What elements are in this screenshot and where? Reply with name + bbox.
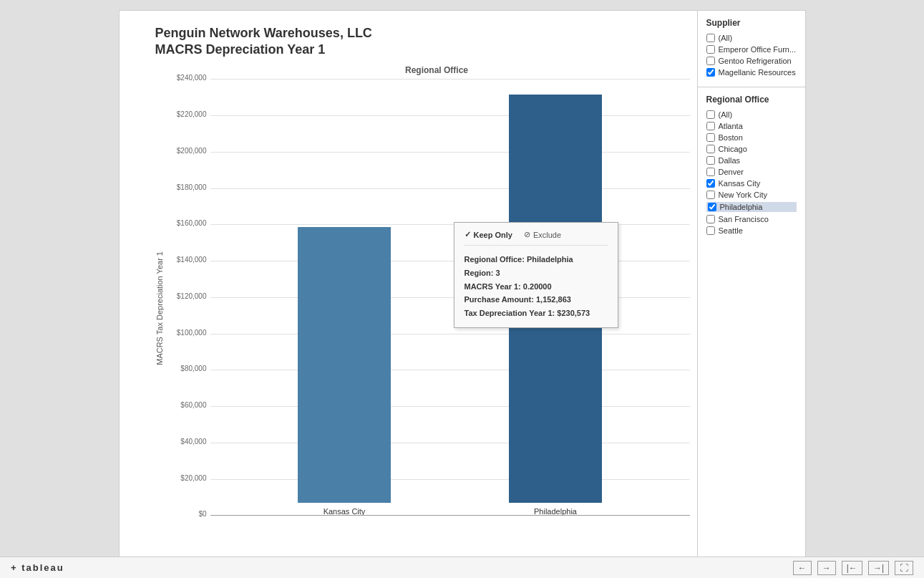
right-panel: Supplier (All)Emperor Office Furn...Gent… (698, 11, 805, 568)
nav-buttons: ← → |← →| ⛶ (793, 561, 913, 575)
tableau-logo: + tableau (11, 562, 64, 573)
regional-office-checkbox[interactable] (706, 122, 715, 130)
exclude-label: Exclude (533, 231, 561, 239)
supplier-filter-item[interactable]: (All) (706, 34, 797, 42)
fullscreen-button[interactable]: ⛶ (895, 561, 913, 575)
supplier-checkbox[interactable] (706, 34, 715, 42)
tooltip-region-label: Region: (465, 269, 494, 277)
regional-office-filter-item[interactable]: Philadelphia (706, 202, 797, 212)
regional-office-checkbox[interactable] (706, 191, 715, 199)
title-line2: MACRS Depreciation Year 1 (155, 42, 690, 58)
bar-kansas-city[interactable]: Kansas City (298, 227, 391, 516)
regional-office-checkbox[interactable] (706, 215, 715, 223)
x-axis-label: Regional Office (184, 65, 690, 75)
title-line1: Penguin Network Warehouses, LLC (155, 25, 690, 42)
keep-only-action[interactable]: ✓ Keep Only (465, 230, 512, 239)
nav-prev-button[interactable]: ← (793, 561, 812, 575)
regional-office-checkbox[interactable] (706, 145, 715, 153)
supplier-item-label: (All) (719, 34, 733, 42)
tooltip-actions: ✓ Keep Only ⊘ Exclude (465, 230, 608, 246)
exclude-action[interactable]: ⊘ Exclude (524, 230, 561, 239)
main-dashboard: Penguin Network Warehouses, LLC MACRS De… (119, 10, 806, 569)
gridline-label: $120,000 (164, 292, 207, 300)
regional-office-item-label: Boston (719, 133, 743, 142)
tooltip-macrs: MACRS Year 1: 0.20000 (465, 280, 608, 294)
regional-office-filter-item[interactable]: Denver (706, 168, 797, 176)
tooltip-ro-label: Regional Office: (465, 255, 525, 264)
regional-office-checkbox[interactable] (706, 110, 715, 119)
tooltip-macrs-label: MACRS Year 1: (465, 282, 521, 291)
tooltip-content: Regional Office: Philadelphia Region: 3 … (465, 253, 608, 319)
bottom-bar: + tableau ← → |← →| ⛶ (0, 557, 924, 578)
supplier-item-label: Gentoo Refrigeration (719, 57, 792, 65)
regional-office-checkbox[interactable] (706, 168, 715, 176)
regional-office-item-label: Denver (719, 168, 744, 176)
regional-office-item-label: (All) (719, 110, 733, 119)
gridline-label: $60,000 (164, 401, 207, 409)
supplier-filter-item[interactable]: Magellanic Resources (706, 68, 797, 77)
exclude-icon: ⊘ (524, 230, 530, 239)
gridline-label: $240,000 (164, 74, 207, 82)
chart-area: Penguin Network Warehouses, LLC MACRS De… (120, 11, 698, 568)
gridline-label: $140,000 (164, 256, 207, 264)
regional-office-filter-item[interactable]: San Francisco (706, 215, 797, 223)
regional-office-item-label: San Francisco (719, 215, 769, 223)
plot-wrapper: $0$20,000$40,000$60,000$80,000$100,000$1… (167, 79, 690, 537)
gridline-label: $180,000 (164, 183, 207, 191)
supplier-items: (All)Emperor Office Furn...Gentoo Refrig… (706, 34, 797, 77)
regional-office-item-label: Dallas (719, 156, 741, 165)
keep-only-label: Keep Only (474, 231, 512, 239)
supplier-checkbox[interactable] (706, 68, 715, 77)
checkmark-icon: ✓ (465, 230, 471, 239)
supplier-checkbox[interactable] (706, 57, 715, 65)
supplier-filter-item[interactable]: Emperor Office Furn... (706, 45, 797, 54)
x-axis-line (210, 515, 690, 516)
regional-office-item-label: Kansas City (719, 179, 761, 188)
regional-office-checkbox[interactable] (706, 226, 715, 235)
regional-office-filter-item[interactable]: Kansas City (706, 179, 797, 188)
gridline-label: $160,000 (164, 219, 207, 227)
supplier-item-label: Magellanic Resources (719, 68, 796, 77)
regional-office-checkbox[interactable] (706, 133, 715, 142)
regional-office-items: (All)AtlantaBostonChicagoDallasDenverKan… (706, 110, 797, 235)
gridline-label: $100,000 (164, 329, 207, 337)
regional-office-filter-item[interactable]: New York City (706, 191, 797, 199)
tooltip-macrs-value: 0.20000 (523, 282, 552, 291)
bar-kc[interactable] (298, 227, 391, 503)
regional-office-filter-item[interactable]: (All) (706, 110, 797, 119)
supplier-filter-item[interactable]: Gentoo Refrigeration (706, 57, 797, 65)
nav-first-button[interactable]: |← (842, 561, 862, 575)
regional-office-filter-item[interactable]: Dallas (706, 156, 797, 165)
tooltip-region-value: 3 (496, 269, 500, 277)
gridline-label: $80,000 (164, 365, 207, 372)
y-axis-label: MACRS Tax Depreciation Year 1 (155, 251, 164, 365)
regional-office-filter-item[interactable]: Chicago (706, 145, 797, 153)
supplier-checkbox[interactable] (706, 45, 715, 54)
regional-office-checkbox[interactable] (706, 179, 715, 188)
regional-office-item-label: New York City (719, 191, 767, 199)
chart-title: Penguin Network Warehouses, LLC MACRS De… (155, 25, 690, 59)
tooltip-region-office: Regional Office: Philadelphia (465, 253, 608, 266)
tooltip-purchase: Purchase Amount: 1,152,863 (465, 293, 608, 307)
nav-next-button[interactable]: → (817, 561, 836, 575)
supplier-filter: Supplier (All)Emperor Office Furn...Gent… (698, 11, 805, 87)
chart-body: MACRS Tax Depreciation Year 1 $0$20,000$… (155, 79, 690, 537)
gridline-label: $0 (164, 510, 207, 518)
regional-office-filter-item[interactable]: Boston (706, 133, 797, 142)
regional-office-filter-item[interactable]: Seattle (706, 226, 797, 235)
tooltip-tax-value: $230,573 (557, 309, 590, 317)
tooltip-region: Region: 3 (465, 266, 608, 280)
regional-office-checkbox[interactable] (708, 203, 716, 211)
regional-office-item-label: Seattle (719, 226, 743, 235)
regional-office-filter-title: Regional Office (706, 95, 797, 105)
regional-office-checkbox[interactable] (706, 156, 715, 165)
gridline-label: $20,000 (164, 474, 207, 482)
supplier-item-label: Emperor Office Furn... (719, 45, 797, 54)
nav-last-button[interactable]: →| (868, 561, 889, 575)
gridline-label: $40,000 (164, 438, 207, 445)
tooltip-tax-label: Tax Depreciation Year 1: (465, 309, 555, 317)
regional-office-filter-item[interactable]: Atlanta (706, 122, 797, 130)
tooltip-tax: Tax Depreciation Year 1: $230,573 (465, 307, 608, 320)
regional-office-item-label: Chicago (719, 145, 747, 153)
gridline-label: $220,000 (164, 110, 207, 118)
